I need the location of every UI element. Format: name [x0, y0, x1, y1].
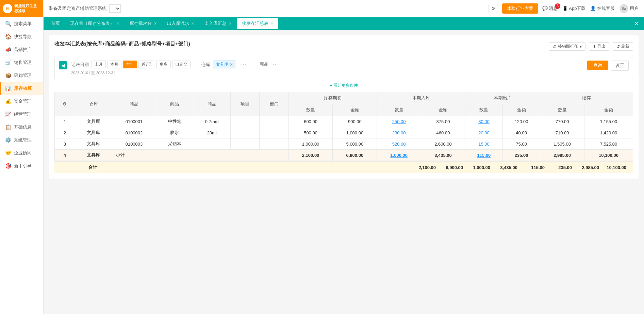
sidebar-item-finance[interactable]: 💰资金管理: [0, 95, 43, 108]
user-avatar: Ea: [620, 4, 628, 13]
tab-in-out-flow[interactable]: 出入库流水✕: [162, 18, 199, 29]
cell-opening-qty: 600.00: [288, 116, 333, 127]
col-product-spec-header: 商品: [193, 92, 231, 116]
warehouse-more-icon[interactable]: ···: [239, 61, 249, 68]
date-option-本年[interactable]: 本年: [123, 61, 137, 68]
col-warehouse-header: 仓库: [75, 92, 112, 116]
sidebar-item-inventory[interactable]: 📊库存核算: [0, 82, 43, 95]
topbar-gear-icon[interactable]: ⚙: [489, 4, 498, 13]
sidebar-label: 采购管理: [14, 72, 32, 79]
system-title-select[interactable]: [109, 4, 121, 13]
app-download-btn[interactable]: 📱 App下载: [562, 5, 585, 12]
sidebar-label: 销售管理: [14, 60, 32, 66]
tab-in-out-summary[interactable]: 出入库汇总✕: [200, 18, 236, 29]
sidebar-item-basics[interactable]: 📋基础信息: [0, 121, 43, 134]
print-icon: 🖨: [552, 44, 557, 49]
footer-out-amt: 235.00: [548, 165, 575, 170]
sidebar-item-enterprise[interactable]: 🤝企业协同: [0, 147, 43, 160]
footer-out-qty: 115.00: [521, 165, 548, 170]
expand-icon: ▾: [330, 83, 332, 88]
tab-close-icon[interactable]: ✕: [270, 21, 274, 26]
cell-department: [260, 138, 288, 150]
subtotal-in-qty-link[interactable]: 1,000.00: [390, 153, 408, 158]
cell-opening-qty: 500.00: [288, 127, 333, 138]
topbar-title: 装备及固定资产辅助管理系统: [49, 4, 484, 13]
cell-in-amt: 460.00: [421, 127, 465, 138]
subtotal-row: 4 文具库 小计 2,100.00 6,900.00 1,000.00 3,43…: [55, 150, 633, 161]
date-filter-section: 记账日期 上月本月本年近7天更多自定义: [71, 61, 191, 68]
marketing-icon: 📣: [5, 47, 11, 53]
out-qty-link[interactable]: 20.00: [478, 130, 490, 135]
quick-nav-icon: 🏠: [5, 34, 11, 40]
col-in-amt-header: 金额: [421, 104, 465, 116]
col-balance-qty-header: 数量: [540, 104, 584, 116]
tab-close-icon[interactable]: ✕: [229, 21, 232, 26]
cell-out-qty: 20.00: [465, 127, 502, 138]
sidebar-item-purchase[interactable]: 📦采购管理: [0, 69, 43, 82]
product-more-icon[interactable]: ···: [271, 61, 281, 68]
in-qty-link[interactable]: 230.00: [392, 130, 406, 135]
sidebar-item-newbie[interactable]: 🎯新手引导: [0, 160, 43, 172]
date-option-近7天[interactable]: 近7天: [138, 61, 155, 68]
user-menu[interactable]: Ea 用户: [620, 4, 639, 13]
cell-product-code: 0100003: [112, 138, 156, 150]
refresh-btn[interactable]: ↺ 刷新: [613, 42, 633, 51]
sidebar: 6 畅捷通好生意 标准版 🔍搜索菜单🏠快捷导航📣营销推广🛒销售管理📦采购管理📊库…: [0, 0, 44, 314]
in-qty-link[interactable]: 520.00: [392, 142, 406, 147]
tab-close-icon[interactable]: ✕: [154, 21, 157, 26]
tab-close-icon[interactable]: ✕: [191, 21, 194, 26]
footer-label: 合计: [85, 164, 214, 170]
tab-recv-send-summary[interactable]: 收发存汇总表✕: [237, 18, 278, 29]
sidebar-label: 营销推广: [14, 47, 32, 53]
cell-opening-amt: 1,000.00: [333, 127, 377, 138]
app-logo: 6 畅捷通好生意 标准版: [0, 0, 43, 17]
print-chevron-icon: ▾: [580, 44, 582, 49]
filter-settings-btn[interactable]: 设置: [611, 61, 629, 71]
tab-label: 库存批次账: [130, 20, 152, 27]
query-btn[interactable]: 查询: [587, 61, 608, 70]
sidebar-label: 企业协同: [14, 150, 32, 156]
sidebar-item-sales[interactable]: 🛒销售管理: [0, 56, 43, 69]
cell-project: [231, 138, 260, 150]
tabbar: 首页现存量（库存分布表）✕库存批次账✕出入库流水✕出入库汇总✕收发存汇总表✕ ✕: [44, 17, 644, 30]
warehouse-tag-close-icon[interactable]: ✕: [230, 62, 233, 67]
date-option-更多[interactable]: 更多: [156, 61, 171, 68]
out-qty-link[interactable]: 80.00: [478, 119, 490, 124]
date-option-上月[interactable]: 上月: [92, 61, 106, 68]
finance-icon: 💰: [5, 98, 11, 104]
export-btn[interactable]: ⬆ 导出: [589, 42, 609, 51]
date-option-自定义[interactable]: 自定义: [172, 61, 191, 68]
out-qty-link[interactable]: 15.00: [478, 142, 490, 147]
tab-batch-ledger[interactable]: 库存批次账✕: [125, 18, 162, 29]
topbar-actions: 💬 6 消息 📱 App下载 👤 在线客服 Ea 用户: [542, 4, 639, 13]
sidebar-item-operations[interactable]: 📈经营管理: [0, 108, 43, 121]
cell-balance-amt: 1,420.00: [584, 127, 633, 138]
col-settings-header[interactable]: ⚙: [55, 92, 75, 116]
cell-seq: 3: [55, 138, 75, 150]
sidebar-item-quick-nav[interactable]: 🏠快捷导航: [0, 30, 43, 43]
expand-more-btn[interactable]: ▾ 展开更多条件: [330, 83, 358, 88]
footer-opening-qty: 2,100.00: [412, 165, 439, 170]
sidebar-item-search[interactable]: 🔍搜索菜单: [0, 17, 43, 30]
warehouse-tag[interactable]: 文具库 ✕: [213, 61, 236, 68]
experience-btn[interactable]: 体验行业方案: [502, 3, 538, 14]
tabbar-close-icon[interactable]: ✕: [631, 19, 641, 28]
subtotal-out-qty-link[interactable]: 115.00: [477, 153, 491, 158]
online-service-btn[interactable]: 👤 在线客服: [590, 5, 615, 12]
message-badge-container[interactable]: 💬 6 消息: [542, 5, 558, 12]
sidebar-label: 资金管理: [14, 98, 32, 104]
sidebar-item-marketing[interactable]: 📣营销推广: [0, 43, 43, 56]
tab-close-icon[interactable]: ✕: [116, 21, 119, 26]
date-option-本月[interactable]: 本月: [107, 61, 121, 68]
print-btn[interactable]: 🖨 核销版打印 ▾: [549, 42, 585, 51]
in-qty-link[interactable]: 250.00: [392, 119, 406, 124]
tab-inventory-dist[interactable]: 现存量（库存分布表）✕: [65, 18, 124, 29]
filter-toggle-btn[interactable]: ◀: [59, 61, 67, 69]
product-label: 商品: [260, 61, 268, 67]
sidebar-item-system[interactable]: ⚙️系统管理: [0, 134, 43, 147]
cell-product-spec: 20ml: [193, 127, 231, 138]
purchase-icon: 📦: [5, 72, 11, 79]
cell-in-amt: 375.00: [421, 116, 465, 127]
tab-home[interactable]: 首页: [46, 18, 65, 29]
content-area: 收发存汇总表(按仓库+商品编码+商品+规格型号+项目+部门) 🖨 核销版打印 ▾…: [44, 30, 644, 314]
